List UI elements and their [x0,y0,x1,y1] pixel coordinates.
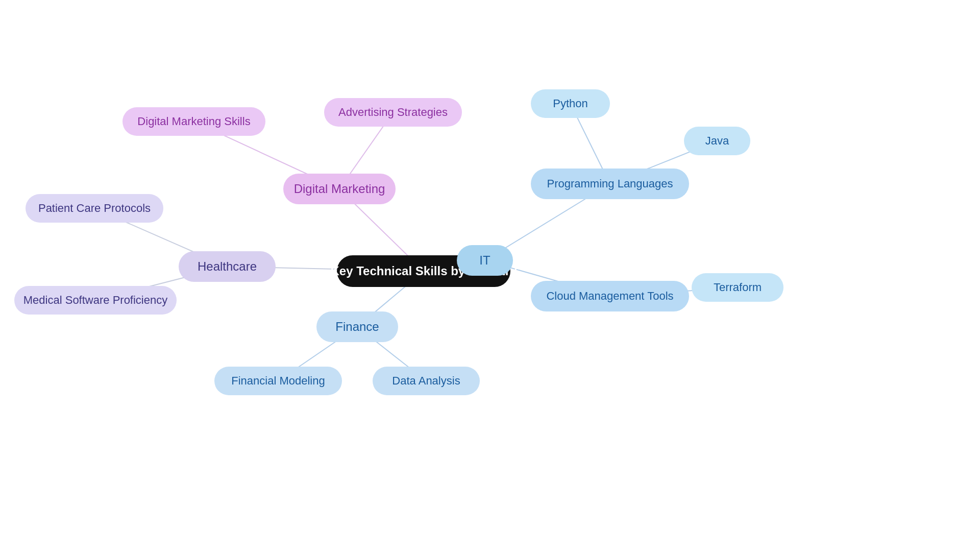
programming-languages-node: Programming Languages [531,169,689,199]
digital-marketing-node: Digital Marketing [283,174,396,204]
digital-marketing-skills-node: Digital Marketing Skills [122,107,265,136]
patient-care-node: Patient Care Protocols [26,194,163,223]
data-analysis-node: Data Analysis [373,367,480,395]
it-node: IT [457,245,513,276]
medical-software-node: Medical Software Proficiency [14,286,177,315]
python-node: Python [531,89,610,118]
cloud-management-node: Cloud Management Tools [531,281,689,311]
finance-node: Finance [316,311,398,342]
healthcare-node: Healthcare [179,251,276,282]
financial-modeling-node: Financial Modeling [214,367,342,395]
terraform-node: Terraform [692,273,783,302]
java-node: Java [684,127,750,155]
advertising-strategies-node: Advertising Strategies [324,98,462,127]
